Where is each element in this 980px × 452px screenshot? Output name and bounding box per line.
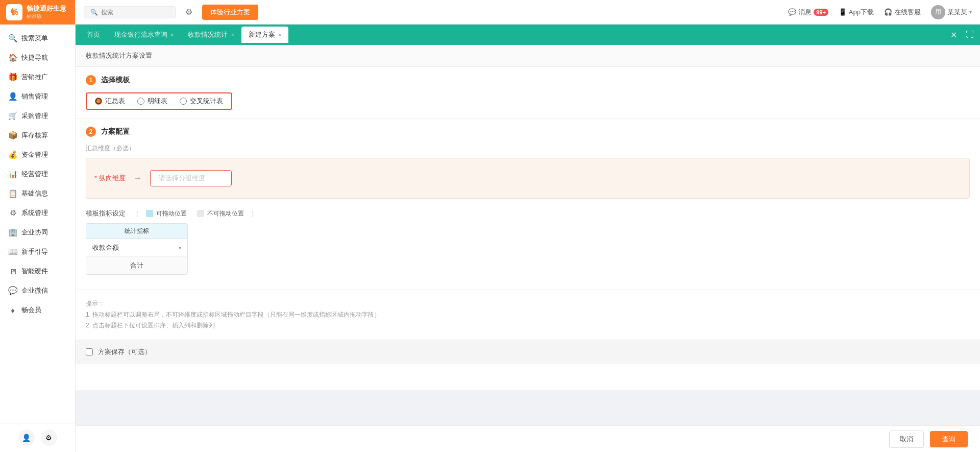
app-download-action[interactable]: 📱 App下载 bbox=[839, 8, 874, 17]
dimension-row: * 纵向维度 → 请选择分组维度 bbox=[94, 170, 232, 186]
main-content: 🔍 ⚙ 体验行业方案 💬 消息 99+ 📱 App下载 🎧 在线客服 用 bbox=[76, 0, 980, 452]
sidebar-logo: 畅 畅捷通好生意 标准版 bbox=[0, 0, 75, 25]
sidebar-item-sales[interactable]: 👤 销售管理 bbox=[0, 87, 75, 106]
tab-home[interactable]: 首页 bbox=[80, 27, 107, 43]
save-section: 方案保存（可选） bbox=[76, 340, 980, 364]
dimension-select[interactable]: 请选择分组维度 bbox=[150, 170, 232, 186]
dimension-area: * 纵向维度 → 请选择分组维度 bbox=[86, 158, 970, 199]
tab-close-bank-flow[interactable]: × bbox=[170, 32, 174, 38]
hardware-icon: 🖥 bbox=[8, 267, 17, 276]
page-header: 收款情况统计方案设置 bbox=[76, 45, 980, 67]
system-icon: ⚙ bbox=[8, 208, 17, 218]
chevron-down-icon: ▾ bbox=[179, 245, 181, 251]
radio-cross[interactable]: 交叉统计表 bbox=[180, 97, 223, 106]
dimension-row-label: * 纵向维度 bbox=[94, 174, 126, 183]
logo-name: 畅捷通好生意 bbox=[27, 5, 66, 13]
enterprise-icon: 🏢 bbox=[8, 228, 17, 237]
legend-movable: 可拖动位置 bbox=[146, 209, 187, 218]
page-header-title: 收款情况统计方案设置 bbox=[86, 52, 152, 59]
sidebar-item-purchase[interactable]: 🛒 采购管理 bbox=[0, 106, 75, 126]
avatar: 用 bbox=[931, 5, 945, 19]
metrics-section: 模板指标设定 （ 可拖动位置 不可拖动位置 ） 统计指标 bbox=[86, 209, 970, 276]
sidebar-item-operations[interactable]: 📊 经营管理 bbox=[0, 164, 75, 184]
metrics-table: 统计指标 收款金额 ▾ 合计 bbox=[86, 223, 188, 275]
radio-summary[interactable]: 汇总表 bbox=[95, 97, 125, 106]
sidebar-user-btn[interactable]: 👤 bbox=[18, 430, 35, 446]
tips-line1: 1. 拖动标题栏可以调整布局，不可跨维度或指标区域拖动栏目字段（只能在同一维度或… bbox=[86, 310, 970, 321]
topbar-actions: 💬 消息 99+ 📱 App下载 🎧 在线客服 用 某某某 ▾ bbox=[788, 5, 972, 19]
tab-close-new-plan[interactable]: × bbox=[278, 32, 281, 38]
sidebar-item-enterprise[interactable]: 🏢 企业协同 bbox=[0, 223, 75, 242]
tab-bank-flow[interactable]: 现金银行流水查询 × bbox=[107, 27, 181, 43]
message-action[interactable]: 💬 消息 99+ bbox=[788, 8, 828, 17]
app-download-icon: 📱 bbox=[839, 8, 847, 16]
metrics-label: 模板指标设定 bbox=[86, 209, 126, 218]
metrics-subtotal: 合计 bbox=[86, 256, 187, 274]
fixed-dot bbox=[197, 210, 204, 217]
tips-line2: 2. 点击标题栏下拉可设置排序、插入列和删除列 bbox=[86, 320, 970, 331]
query-button[interactable]: 查询 bbox=[930, 431, 968, 447]
member-icon: ♦ bbox=[8, 305, 17, 315]
save-checkbox[interactable] bbox=[86, 348, 93, 355]
user-avatar[interactable]: 用 某某某 ▾ bbox=[931, 5, 972, 19]
tab-new-plan[interactable]: 新建方案 × bbox=[241, 27, 288, 43]
trial-button[interactable]: 体验行业方案 bbox=[202, 5, 258, 20]
section2-num: 2 bbox=[86, 127, 96, 137]
metrics-cell-amount[interactable]: 收款金额 ▾ bbox=[86, 239, 187, 256]
finance-icon: 💰 bbox=[8, 150, 17, 159]
sidebar-nav: 🔍 搜索菜单 🏠 快捷导航 🎁 营销推广 👤 销售管理 🛒 采购管理 📦 库存核… bbox=[0, 25, 75, 423]
dimension-arrow: → bbox=[134, 174, 142, 183]
sidebar-settings-btn[interactable]: ⚙ bbox=[41, 430, 57, 446]
radio-cross-input[interactable] bbox=[180, 98, 187, 105]
sidebar-item-member[interactable]: ♦ 畅会员 bbox=[0, 300, 75, 320]
metrics-table-header: 统计指标 bbox=[86, 224, 187, 239]
radio-detail-input[interactable] bbox=[137, 98, 144, 105]
tabbar: 首页 现金银行流水查询 × 收款情况统计 × 新建方案 × ✕ ⛶ bbox=[76, 25, 980, 45]
page-container: 收款情况统计方案设置 1 选择模板 汇总表 明细表 bbox=[76, 45, 980, 390]
tabbar-actions: ✕ ⛶ bbox=[947, 29, 976, 41]
section-config: 2 方案配置 汇总维度（必选） * 纵向维度 → 请选择分组维度 bbox=[76, 118, 980, 290]
maximize-button[interactable]: ⛶ bbox=[964, 29, 976, 41]
sidebar: 畅 畅捷通好生意 标准版 🔍 搜索菜单 🏠 快捷导航 🎁 营销推广 👤 销售管理… bbox=[0, 0, 76, 452]
sidebar-item-guide[interactable]: 📖 新手引导 bbox=[0, 242, 75, 261]
wechat-icon: 💬 bbox=[8, 286, 17, 295]
section2-title: 方案配置 bbox=[101, 127, 130, 136]
section1-num: 1 bbox=[86, 75, 96, 85]
sidebar-item-quick-nav[interactable]: 🏠 快捷导航 bbox=[0, 48, 75, 67]
tips-title: 提示： bbox=[86, 300, 104, 307]
tips-section: 提示： 1. 拖动标题栏可以调整布局，不可跨维度或指标区域拖动栏目字段（只能在同… bbox=[76, 290, 980, 340]
sidebar-item-wechat[interactable]: 💬 企业微信 bbox=[0, 281, 75, 300]
sidebar-item-search[interactable]: 🔍 搜索菜单 bbox=[0, 29, 75, 48]
message-badge: 99+ bbox=[814, 9, 828, 16]
tab-close-collection-stats[interactable]: × bbox=[231, 32, 234, 38]
online-service-action[interactable]: 🎧 在线客服 bbox=[884, 8, 921, 17]
search-box: 🔍 bbox=[84, 6, 176, 18]
sidebar-item-marketing[interactable]: 🎁 营销推广 bbox=[0, 67, 75, 87]
tab-collection-stats[interactable]: 收款情况统计 × bbox=[181, 27, 241, 43]
save-label: 方案保存（可选） bbox=[98, 347, 151, 356]
section2-header: 2 方案配置 bbox=[86, 127, 970, 137]
topbar: 🔍 ⚙ 体验行业方案 💬 消息 99+ 📱 App下载 🎧 在线客服 用 bbox=[76, 0, 980, 25]
sidebar-footer: 👤 ⚙ bbox=[0, 423, 75, 452]
sidebar-item-system[interactable]: ⚙ 系统管理 bbox=[0, 203, 75, 223]
radio-summary-input[interactable] bbox=[95, 98, 102, 105]
operations-icon: 📊 bbox=[8, 170, 17, 179]
close-window-button[interactable]: ✕ bbox=[947, 29, 960, 41]
sidebar-item-inventory[interactable]: 📦 库存核算 bbox=[0, 126, 75, 145]
action-bar: 取消 查询 bbox=[76, 425, 980, 452]
section1-title: 选择模板 bbox=[101, 76, 130, 85]
search-input[interactable] bbox=[101, 9, 173, 16]
search-icon: 🔍 bbox=[8, 34, 17, 43]
radio-detail[interactable]: 明细表 bbox=[137, 97, 167, 106]
chevron-down-icon: ▾ bbox=[969, 9, 972, 15]
cancel-button[interactable]: 取消 bbox=[889, 431, 924, 448]
logo-icon: 畅 bbox=[6, 4, 22, 20]
sidebar-item-hardware[interactable]: 🖥 智能硬件 bbox=[0, 261, 75, 281]
logo-badge: 标准版 bbox=[27, 13, 66, 20]
gear-button[interactable]: ⚙ bbox=[182, 5, 196, 19]
sidebar-item-finance[interactable]: 💰 资金管理 bbox=[0, 145, 75, 164]
section-template: 1 选择模板 汇总表 明细表 交叉统计表 bbox=[76, 67, 980, 118]
movable-dot bbox=[146, 210, 153, 217]
sales-icon: 👤 bbox=[8, 92, 17, 101]
sidebar-item-basic[interactable]: 📋 基础信息 bbox=[0, 184, 75, 203]
